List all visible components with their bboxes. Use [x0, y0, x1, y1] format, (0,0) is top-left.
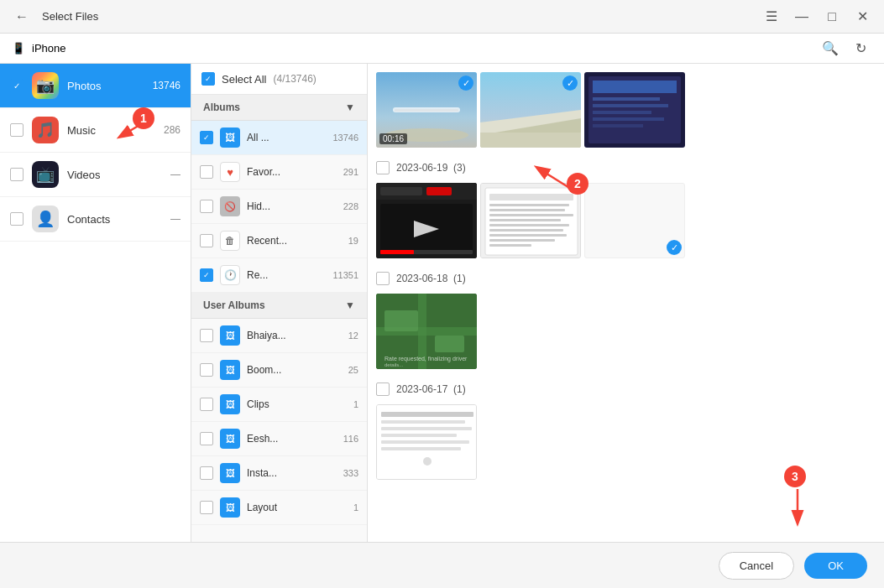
menu-button[interactable]: ☰	[760, 5, 783, 29]
eesh-checkbox[interactable]	[200, 432, 213, 445]
ok-button[interactable]: OK	[804, 553, 867, 579]
insta-icon: 🖼	[220, 463, 240, 483]
album-item-hidden[interactable]: 🚫 Hid... 228	[191, 190, 367, 224]
device-icon: 📱	[12, 42, 25, 55]
photo-check-6: ✓	[667, 240, 682, 255]
title-bar-controls: ☰ — □ ✕	[760, 5, 874, 29]
sidebar-item-contacts[interactable]: 👤 Contacts —	[0, 197, 191, 242]
photos-label: Photos	[67, 80, 101, 92]
recently-deleted-checkbox[interactable]	[200, 234, 213, 247]
svg-rect-15	[593, 124, 643, 127]
photo-thumb-6[interactable]: ✓	[584, 183, 685, 258]
title-bar: ← Select Files ☰ — □ ✕	[0, 0, 884, 34]
sidebar-item-music[interactable]: 🎵 Music 286	[0, 108, 191, 153]
recents-checkbox[interactable]	[200, 268, 213, 282]
back-button[interactable]: ←	[10, 5, 34, 29]
svg-rect-10	[593, 81, 677, 93]
favorites-checkbox[interactable]	[200, 165, 213, 179]
contacts-checkbox[interactable]	[10, 212, 24, 226]
date-header-20230619: 2023-06-19 (3)	[376, 159, 876, 176]
all-album-name: All ...	[247, 132, 269, 143]
hidden-count: 228	[343, 201, 358, 211]
svg-rect-23	[380, 250, 414, 254]
svg-rect-29	[489, 214, 573, 216]
album-item-recents[interactable]: 🕐 Re... 11351	[191, 258, 367, 293]
boom-checkbox[interactable]	[200, 363, 213, 377]
svg-rect-11	[593, 97, 660, 101]
middle-panel: Select All (4/13746) Albums ▼ 🖼 All ... …	[191, 64, 368, 542]
clips-count: 1	[353, 399, 358, 409]
window-title: Select Files	[42, 10, 98, 23]
album-item-bhaiya[interactable]: 🖼 Bhaiya... 12	[191, 319, 367, 353]
user-albums-label: User Albums	[203, 299, 265, 311]
clips-checkbox[interactable]	[200, 398, 213, 411]
svg-rect-28	[489, 209, 565, 211]
photos-checkbox[interactable]	[10, 79, 24, 92]
photo-thumb-8[interactable]	[376, 404, 477, 480]
cancel-button[interactable]: Cancel	[719, 552, 794, 580]
albums-collapse-icon[interactable]: ▼	[345, 101, 355, 113]
user-albums-collapse-icon[interactable]: ▼	[345, 299, 355, 311]
select-all-checkbox[interactable]	[201, 72, 215, 86]
photos-count: 13746	[153, 80, 180, 91]
hidden-icon: 🚫	[220, 196, 240, 216]
album-item-layout[interactable]: 🖼 Layout 1	[191, 491, 367, 525]
all-album-count: 13746	[332, 133, 358, 143]
contacts-count: —	[170, 213, 180, 225]
videos-checkbox[interactable]	[10, 168, 24, 181]
all-album-checkbox[interactable]	[200, 131, 213, 144]
device-name: iPhone	[32, 42, 65, 55]
album-item-eesh[interactable]: 🖼 Eesh... 116	[191, 422, 367, 456]
sidebar: 📷 Photos 13746 🎵 Music 286 📺 Videos —	[0, 64, 191, 542]
videos-icon: 📺	[32, 161, 59, 188]
photo-grid-20230618: Rate requested, finalizing driver detail…	[376, 294, 876, 369]
svg-rect-27	[489, 204, 569, 206]
svg-rect-49	[381, 447, 461, 450]
svg-rect-3	[395, 109, 458, 112]
photo-thumb-5[interactable]	[480, 183, 581, 258]
user-albums-section-header: User Albums ▼	[191, 293, 367, 319]
hidden-name: Hid...	[247, 200, 270, 212]
photo-group-top: ✓ 00:16	[376, 72, 876, 148]
photo-thumb-7[interactable]: Rate requested, finalizing driver detail…	[376, 294, 477, 369]
bhaiya-icon: 🖼	[220, 325, 240, 346]
date-checkbox-20230618[interactable]	[376, 272, 390, 285]
bhaiya-checkbox[interactable]	[200, 329, 213, 342]
photo-thumb-4[interactable]	[376, 183, 477, 258]
album-item-clips[interactable]: 🖼 Clips 1	[191, 388, 367, 422]
contacts-label: Contacts	[67, 213, 110, 226]
layout-checkbox[interactable]	[200, 501, 213, 514]
search-button[interactable]: 🔍	[819, 37, 842, 60]
photo-thumb-3[interactable]	[584, 72, 685, 148]
sidebar-item-photos[interactable]: 📷 Photos 13746	[0, 64, 191, 108]
insta-checkbox[interactable]	[200, 466, 213, 480]
refresh-button[interactable]: ↻	[849, 37, 872, 60]
boom-count: 25	[348, 365, 358, 375]
hidden-checkbox[interactable]	[200, 200, 213, 213]
music-icon: 🎵	[32, 117, 59, 143]
photo-grid-top: ✓ 00:16	[376, 72, 876, 148]
photo-grid-20230617	[376, 404, 876, 480]
minimize-button[interactable]: —	[790, 5, 813, 29]
close-button[interactable]: ✕	[850, 5, 874, 29]
date-checkbox-20230619[interactable]	[376, 161, 390, 174]
svg-rect-44	[381, 412, 473, 417]
album-item-boom[interactable]: 🖼 Boom... 25	[191, 353, 367, 388]
select-all-count: (4/13746)	[273, 73, 316, 85]
layout-name: Layout	[247, 502, 277, 513]
photo-check-1: ✓	[458, 75, 473, 91]
photo-thumb-2[interactable]: ✓	[480, 72, 581, 148]
recently-deleted-name: Recent...	[247, 235, 287, 247]
maximize-button[interactable]: □	[820, 5, 844, 29]
album-item-favorites[interactable]: ♥ Favor... 291	[191, 155, 367, 190]
date-label-20230618: 2023-06-18 (1)	[396, 273, 466, 284]
date-checkbox-20230617[interactable]	[376, 382, 390, 396]
album-item-insta[interactable]: 🖼 Insta... 333	[191, 456, 367, 491]
sidebar-item-videos[interactable]: 📺 Videos —	[0, 153, 191, 197]
album-item-all[interactable]: 🖼 All ... 13746	[191, 121, 367, 155]
photo-thumb-1[interactable]: ✓ 00:16	[376, 72, 477, 148]
album-item-recently-deleted[interactable]: 🗑 Recent... 19	[191, 224, 367, 258]
svg-rect-47	[381, 434, 457, 437]
clips-icon: 🖼	[220, 394, 240, 414]
music-checkbox[interactable]	[10, 123, 24, 137]
